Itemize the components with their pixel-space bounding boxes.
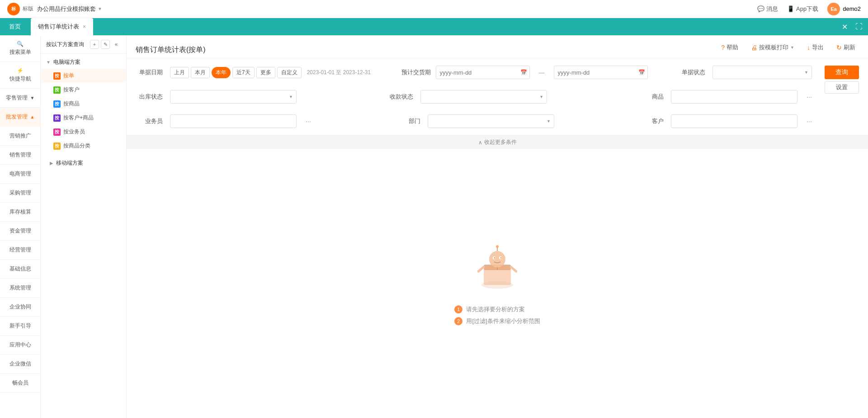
delivery-status-label: 出库状态 <box>136 93 163 101</box>
date-btn-custom[interactable]: 自定义 <box>277 67 302 78</box>
sidebar-retail-label: 零售管理 <box>6 94 28 102</box>
goods-more-btn[interactable]: ··· <box>807 93 812 100</box>
scheme-section-desktop-header[interactable]: ▼ 电脑端方案 <box>41 56 126 69</box>
delivery-status-wrap <box>170 90 297 104</box>
export-label: 导出 <box>812 43 824 52</box>
app-download-nav[interactable]: 📱 App下载 <box>787 5 818 13</box>
sidebar-search-label: 搜索菜单 <box>9 48 31 56</box>
status-select[interactable] <box>712 66 812 79</box>
refresh-btn[interactable]: ↻ 刷新 <box>833 42 859 53</box>
sidebar-item-search[interactable]: 🔍 搜索菜单 <box>0 35 40 62</box>
message-icon: 💬 <box>757 5 764 12</box>
date-btn-last-month[interactable]: 上月 <box>170 67 189 78</box>
sidebar-item-system[interactable]: 系统管理 <box>0 279 40 298</box>
sidebar-item-sales[interactable]: 销售管理 <box>0 146 40 165</box>
breadcrumb-dropdown-icon[interactable]: ▼ <box>98 6 102 11</box>
customer-more-btn[interactable]: ··· <box>807 118 812 125</box>
sidebar-item-marketing[interactable]: 营销推广 <box>0 127 40 146</box>
export-btn[interactable]: ↓ 导出 <box>803 42 827 53</box>
salesman-more-btn[interactable]: ··· <box>306 118 311 125</box>
sidebar-item-inventory[interactable]: 库存核算 <box>0 203 40 222</box>
sidebar-item-ecom[interactable]: 电商管理 <box>0 165 40 184</box>
collection-status-select[interactable] <box>420 90 547 104</box>
scheme-panel-header: 按以下方案查询 + ✎ « <box>41 35 126 54</box>
sidebar-item-appstore[interactable]: 应用中心 <box>0 336 40 355</box>
export-icon: ↓ <box>807 44 810 51</box>
settings-button[interactable]: 设置 <box>825 81 859 94</box>
date-from-input[interactable] <box>436 66 530 79</box>
sidebar-basic-label: 基础信息 <box>9 265 31 273</box>
by-order-icon: 按 <box>53 72 61 80</box>
scheme-item-by-salesman[interactable]: 按 按业务员 <box>41 125 126 139</box>
app-name: 标版 <box>23 5 33 13</box>
tab-current[interactable]: 销售订单统计表 × <box>31 18 93 35</box>
scheme-panel-title: 按以下方案查询 <box>46 41 84 48</box>
goods-filter-label: 商品 <box>637 93 664 101</box>
sidebar-item-quick-nav[interactable]: ⚡ 快捷导航 <box>0 62 40 89</box>
user-info[interactable]: Ea demo2 <box>827 3 861 15</box>
by-customer-goods-label: 按客户+商品 <box>63 114 94 122</box>
scheme-item-by-goods-category[interactable]: 按 按商品分类 <box>41 139 126 153</box>
sidebar-item-ops[interactable]: 经营管理 <box>0 241 40 260</box>
sidebar-item-basic[interactable]: 基础信息 <box>0 260 40 279</box>
message-label: 消息 <box>766 5 778 13</box>
collapse-bar[interactable]: ∧ 收起更多条件 <box>127 135 868 149</box>
sidebar-item-wholesale[interactable]: 批发管理 ▲ <box>0 108 40 127</box>
salesman-input[interactable] <box>170 114 297 128</box>
filter-area: 单据日期 上月 本月 本年 近7天 更多 自定义 2023-01-01 至 20… <box>127 58 868 135</box>
top-header-left: 标 标版 办公用品行业模拟账套 ▼ <box>7 3 102 15</box>
svg-point-8 <box>500 257 502 258</box>
scheme-item-by-customer[interactable]: 按 按客户 <box>41 83 126 97</box>
help-btn[interactable]: ? 帮助 <box>717 42 742 53</box>
sidebar-sales-label: 销售管理 <box>9 151 31 159</box>
tab-home[interactable]: 首页 <box>0 18 30 35</box>
sidebar-item-finance[interactable]: 资金管理 <box>0 222 40 241</box>
department-wrap <box>428 114 554 128</box>
scheme-add-btn[interactable]: + <box>90 40 99 49</box>
top-header-right: 💬 消息 📱 App下载 Ea demo2 <box>757 3 861 15</box>
search-icon: 🔍 <box>17 41 24 47</box>
customer-input[interactable] <box>671 114 797 128</box>
sidebar-item-corp[interactable]: 企业协同 <box>0 298 40 317</box>
svg-line-11 <box>478 267 484 271</box>
expected-delivery-label: 预计交货期 <box>401 68 429 76</box>
scheme-section-desktop: ▼ 电脑端方案 按 按单 按 按客户 按 按商品 按 按客户+商品 <box>41 54 126 155</box>
scheme-edit-btn[interactable]: ✎ <box>101 40 110 49</box>
sidebar-item-retail[interactable]: 零售管理 ▼ <box>0 89 40 108</box>
date-btn-this-month[interactable]: 本月 <box>191 67 210 78</box>
department-select[interactable] <box>428 114 554 128</box>
sidebar-item-newbie[interactable]: 新手引导 <box>0 317 40 336</box>
scheme-item-by-order[interactable]: 按 按单 <box>41 69 126 83</box>
collapse-label: 收起更多条件 <box>484 138 517 146</box>
delivery-status-select[interactable] <box>170 90 297 104</box>
scheme-collapse-btn[interactable]: « <box>112 40 121 49</box>
date-btn-7days[interactable]: 近7天 <box>232 67 255 78</box>
date-btn-this-year[interactable]: 本年 <box>212 67 231 78</box>
empty-tip-1: 1 请先选择要分析的方案 <box>454 305 540 314</box>
template-print-btn[interactable]: 🖨 按模板打印 ▼ <box>747 42 798 53</box>
scheme-item-by-goods[interactable]: 按 按商品 <box>41 97 126 111</box>
scheme-action-icons: + ✎ « <box>90 40 121 49</box>
close-window-btn[interactable]: ✕ <box>839 21 850 32</box>
date-separator: — <box>539 69 545 76</box>
scheme-section-mobile-header[interactable]: ▶ 移动端方案 <box>41 157 126 170</box>
content-area: 按以下方案查询 + ✎ « ▼ 电脑端方案 按 按单 按 按客户 <box>41 35 868 418</box>
date-btn-more[interactable]: 更多 <box>256 67 275 78</box>
action-buttons: 查询 设置 <box>825 66 859 94</box>
scheme-item-by-customer-goods[interactable]: 按 按客户+商品 <box>41 111 126 125</box>
sidebar-item-member[interactable]: 畅会员 <box>0 374 40 393</box>
goods-input[interactable] <box>671 90 797 104</box>
tab-close-icon[interactable]: × <box>83 24 86 29</box>
date-filter-label: 单据日期 <box>136 68 163 76</box>
by-customer-goods-icon: 按 <box>53 114 61 122</box>
sidebar-item-purchase[interactable]: 采购管理 <box>0 184 40 203</box>
message-nav[interactable]: 💬 消息 <box>757 5 778 13</box>
filter-row-3: 业务员 ··· 部门 客户 <box>136 114 812 128</box>
date-to-input[interactable] <box>554 66 648 79</box>
tip-num-2: 2 <box>454 317 462 325</box>
sidebar-item-wechat[interactable]: 企业微信 <box>0 355 40 374</box>
search-button[interactable]: 查询 <box>825 66 859 79</box>
template-print-label: 按模板打印 <box>759 43 788 52</box>
fullscreen-btn[interactable]: ⛶ <box>854 21 864 32</box>
breadcrumb[interactable]: 办公用品行业模拟账套 ▼ <box>37 5 102 13</box>
